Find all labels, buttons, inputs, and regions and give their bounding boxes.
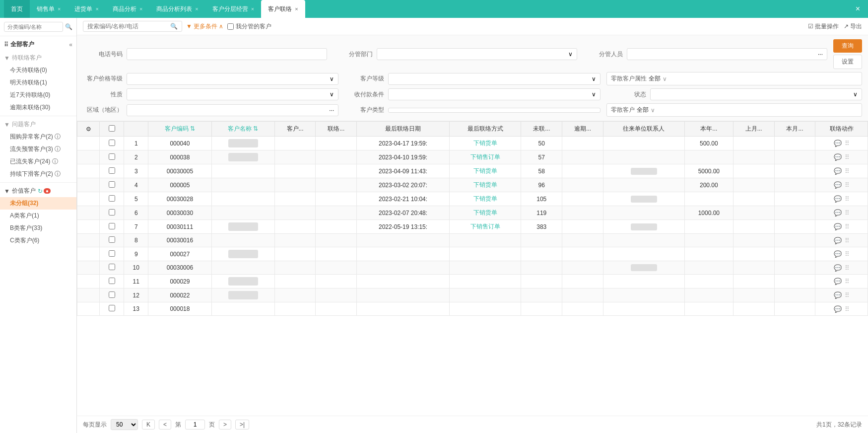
col-settings[interactable]: ⚙ [77, 122, 100, 137]
sidebar-item-class-a[interactable]: A类客户(1) [0, 210, 76, 222]
cell-checkbox[interactable] [100, 234, 124, 247]
cell-checkbox[interactable] [100, 164, 124, 178]
sidebar-item-churned[interactable]: 已流失客户(24) ⓘ [0, 155, 76, 168]
cell-checkbox[interactable] [100, 247, 124, 261]
more-action-icon[interactable]: ⠿ [845, 237, 850, 244]
cell-checkbox[interactable] [100, 192, 124, 206]
sidebar-search-input[interactable] [4, 22, 63, 32]
reset-btn[interactable]: 设置 [833, 55, 862, 69]
page-input[interactable] [185, 420, 205, 430]
tab-customer-contact-close[interactable]: × [295, 6, 298, 12]
cell-checkbox[interactable] [100, 220, 124, 234]
col-contact[interactable]: 联络... [316, 122, 357, 137]
customer-level-select[interactable]: ∨ [388, 73, 600, 85]
col-type[interactable]: 客户... [274, 122, 316, 137]
close-all-tabs[interactable]: × [852, 4, 864, 13]
query-btn[interactable]: 查询 [833, 39, 862, 53]
contact-method-link[interactable]: 下销货单 [473, 140, 497, 146]
payment-select[interactable]: ∨ [388, 88, 600, 100]
more-action-icon[interactable]: ⠿ [845, 250, 850, 258]
more-action-icon[interactable]: ⠿ [845, 305, 850, 313]
more-action-icon[interactable]: ⠿ [845, 195, 850, 203]
sidebar-item-tomorrow[interactable]: 明天待联络(1) [0, 76, 76, 89]
tab-purchase-close[interactable]: × [95, 6, 98, 12]
retail-customer-select[interactable]: 零散客户 全部 ∨ [606, 103, 862, 117]
tab-sales[interactable]: 销售单 × [30, 0, 67, 18]
contact-method-link[interactable]: 下销售订单 [470, 223, 500, 230]
col-last-month[interactable]: 上月... [733, 122, 774, 137]
filter-search-input[interactable] [87, 23, 170, 30]
phone-action-icon[interactable]: 💬 [834, 153, 842, 161]
cell-checkbox[interactable] [100, 206, 124, 220]
row-checkbox[interactable] [109, 181, 115, 188]
row-checkbox[interactable] [109, 278, 115, 284]
sidebar-item-abnormal[interactable]: 囤购异常客户(2) ⓘ [0, 131, 76, 143]
col-last-date[interactable]: 最后联络日期 [357, 122, 450, 137]
phone-action-icon[interactable]: 💬 [834, 140, 842, 147]
sidebar-item-churn-warning[interactable]: 流失预警客户(3) ⓘ [0, 143, 76, 155]
per-page-select[interactable]: 50 100 200 [111, 419, 138, 430]
row-checkbox[interactable] [109, 223, 115, 229]
phone-action-icon[interactable]: 💬 [834, 195, 842, 203]
manager-select[interactable]: ··· [627, 48, 827, 60]
col-contact-person[interactable]: 往来单位联系人 [603, 122, 684, 137]
phone-action-icon[interactable]: 💬 [834, 250, 842, 258]
select-all-checkbox[interactable] [109, 125, 115, 132]
contact-method-link[interactable]: 下销货单 [473, 167, 497, 174]
price-level-select[interactable]: ∨ [127, 73, 338, 85]
col-code[interactable]: 客户编码 ⇅ [148, 122, 211, 137]
cell-checkbox[interactable] [100, 137, 124, 150]
sidebar-item-7days[interactable]: 近7天待联络(0) [0, 89, 76, 101]
row-checkbox[interactable] [109, 209, 115, 216]
tab-home[interactable]: 首页 [4, 0, 30, 18]
row-checkbox[interactable] [109, 250, 115, 257]
row-checkbox[interactable] [109, 140, 115, 146]
more-action-icon[interactable]: ⠿ [845, 153, 850, 161]
tab-product-analysis-close[interactable]: × [139, 6, 142, 12]
more-action-icon[interactable]: ⠿ [845, 181, 850, 189]
sidebar-item-declining[interactable]: 持续下滑客户(2) ⓘ [0, 168, 76, 180]
more-action-icon[interactable]: ⠿ [845, 209, 850, 216]
status-select[interactable]: ∨ [650, 88, 862, 100]
my-customers-checkbox[interactable] [227, 23, 234, 30]
phone-input[interactable] [127, 48, 327, 60]
sidebar-item-class-c[interactable]: C类客户(6) [0, 234, 76, 247]
phone-action-icon[interactable]: 💬 [834, 209, 842, 216]
customer-type-select[interactable] [388, 108, 600, 113]
gender-select[interactable]: ∨ [127, 88, 338, 100]
phone-action-icon[interactable]: 💬 [834, 291, 842, 299]
export-btn[interactable]: ↗ 导出 [844, 22, 862, 31]
more-action-icon[interactable]: ⠿ [845, 291, 850, 299]
dept-select[interactable]: ∨ [377, 48, 577, 60]
tab-sales-close[interactable]: × [58, 6, 61, 12]
col-checkbox[interactable] [100, 122, 124, 137]
col-this-month[interactable]: 本月... [774, 122, 815, 137]
cell-checkbox[interactable] [100, 302, 124, 316]
region-select[interactable]: ··· [127, 104, 338, 116]
col-name[interactable]: 客户名称 ⇅ [211, 122, 274, 137]
cell-checkbox[interactable] [100, 261, 124, 275]
tab-customer-tier-close[interactable]: × [251, 6, 254, 12]
all-customers-section[interactable]: ⠿ 全部客户 « [0, 36, 76, 52]
cell-checkbox[interactable] [100, 178, 124, 192]
contact-method-link[interactable]: 下销货单 [473, 181, 497, 188]
phone-action-icon[interactable]: 💬 [834, 305, 842, 313]
sidebar-item-ungroups[interactable]: 未分组(32) [0, 197, 76, 210]
sidebar-item-class-b[interactable]: B类客户(33) [0, 222, 76, 234]
tab-customer-tier[interactable]: 客户分层经营 × [205, 0, 261, 18]
col-overdue[interactable]: 逾期... [562, 122, 603, 137]
tab-product-analysis-list-close[interactable]: × [195, 6, 198, 12]
cell-checkbox[interactable] [100, 150, 124, 164]
tab-product-analysis[interactable]: 商品分析 × [106, 0, 149, 18]
sidebar-item-today[interactable]: 今天待联络(0) [0, 64, 76, 76]
contact-method-link[interactable]: 下销货单 [473, 195, 497, 202]
more-action-icon[interactable]: ⠿ [845, 140, 850, 147]
group-pending-contact[interactable]: ▼ 待联络客户 [0, 52, 76, 64]
more-action-icon[interactable]: ⠿ [845, 223, 850, 230]
phone-action-icon[interactable]: 💬 [834, 167, 842, 175]
row-checkbox[interactable] [109, 264, 115, 270]
refresh-icon[interactable]: ↻ [38, 188, 43, 195]
phone-action-icon[interactable]: 💬 [834, 223, 842, 230]
row-checkbox[interactable] [109, 153, 115, 160]
col-uncontacted[interactable]: 未联... [521, 122, 562, 137]
